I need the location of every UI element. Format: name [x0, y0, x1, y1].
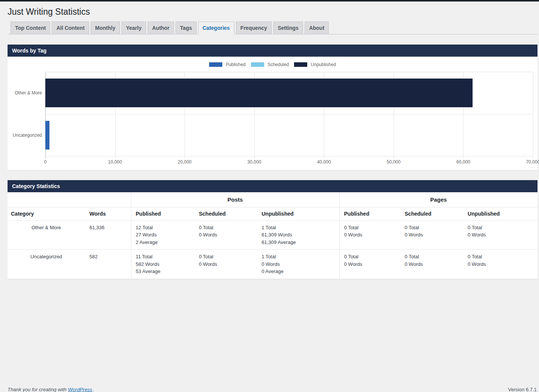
cell-pages-scheduled: 0 Total0 Words [400, 220, 463, 250]
cell-line: 11 Total [136, 253, 190, 261]
cell-line: 0 Total [199, 253, 253, 261]
legend-item-scheduled[interactable]: Scheduled [251, 62, 289, 67]
x-axis-labels: 010,00020,00030,00040,00050,00060,00070,… [45, 156, 533, 166]
category-statistics-panel: Category Statistics PostsPagesCategoryWo… [8, 180, 537, 279]
gridline [533, 72, 533, 159]
table-head: PostsPagesCategoryWordsPublishedSchedule… [8, 192, 537, 221]
cell-posts-unpublished: 1 Total61,309 Words61,309 Average [257, 220, 339, 250]
tab-frequency[interactable]: Frequency [236, 22, 272, 34]
cell-line: 0 Total [199, 224, 253, 231]
footer-thankyou: Thank you for creating withWordPress. [8, 387, 94, 392]
column-header-unpublished: Unpublished [257, 207, 339, 220]
page-title: Just Writing Statistics [8, 2, 537, 22]
legend-item-unpublished[interactable]: Unpublished [294, 62, 336, 67]
column-header-scheduled: Scheduled [400, 207, 463, 220]
x-axis-label: 70,000 [526, 159, 539, 165]
cell-line: 0 Total [344, 224, 396, 231]
words-by-tag-header: Words by Tag [8, 45, 537, 57]
footer-version: Version 6.7.1 [508, 387, 537, 392]
cell-posts-scheduled: 0 Total0 Words [194, 220, 257, 250]
cell-line: 0 Words [468, 261, 533, 268]
cell-posts-unpublished: 1 Total0 Words0 Average [257, 250, 339, 279]
cell-pages-unpublished: 0 Total0 Words [463, 220, 537, 250]
footer-period: . [92, 387, 94, 392]
cell-line: 0 Total [405, 224, 459, 231]
cell-line: 61,309 Average [262, 239, 335, 246]
tab-settings[interactable]: Settings [273, 22, 303, 34]
words-by-tag-chart: PublishedScheduledUnpublished Other & Mo… [8, 57, 537, 170]
cell-line: 61,309 Words [262, 231, 335, 239]
x-axis-label: 0 [44, 159, 47, 165]
table-row: Uncategorized58211 Total582 Words53 Aver… [8, 250, 537, 279]
tab-all-content[interactable]: All Content [52, 22, 89, 34]
words-by-tag-panel: Words by Tag PublishedScheduledUnpublish… [8, 45, 537, 170]
cell-line: 0 Average [262, 268, 335, 275]
legend-label: Scheduled [268, 62, 289, 67]
legend-label: Unpublished [311, 62, 336, 67]
cell-line: 0 Total [405, 253, 459, 261]
cell-pages-scheduled: 0 Total0 Words [400, 250, 463, 279]
tab-categories[interactable]: Categories [198, 22, 234, 34]
cell-line: 0 Total [344, 253, 396, 261]
category-statistics-header: Category Statistics [8, 180, 537, 192]
wordpress-link[interactable]: WordPress [68, 387, 92, 392]
tab-author[interactable]: Author [148, 22, 174, 34]
cell-pages-published: 0 Total0 Words [339, 250, 400, 279]
chart-legend: PublishedScheduledUnpublished [12, 60, 533, 68]
x-axis-label: 40,000 [317, 159, 331, 165]
cell-words: 61,336 [85, 220, 131, 250]
cell-line: 0 Total [468, 253, 533, 261]
column-header-published: Published [131, 207, 194, 220]
group-header-spacer [8, 192, 131, 207]
bar-row [45, 114, 533, 156]
cell-line: 0 Words [344, 261, 396, 268]
bar-row [45, 72, 533, 114]
column-header-category: Category [8, 207, 85, 220]
y-axis-labels: Other & MoreUncategorized [12, 72, 45, 156]
column-header-unpublished: Unpublished [463, 207, 537, 220]
y-axis-label: Other & More [12, 72, 45, 114]
plot-column: 010,00020,00030,00040,00050,00060,00070,… [45, 72, 533, 166]
tab-yearly[interactable]: Yearly [122, 22, 146, 34]
group-header-posts: Posts [131, 192, 339, 207]
cell-line: 53 Average [136, 268, 190, 275]
column-header-row: CategoryWordsPublishedScheduledUnpublish… [8, 207, 537, 220]
x-axis-label: 20,000 [178, 159, 192, 165]
legend-label: Published [226, 62, 246, 67]
x-axis-label: 10,000 [108, 159, 122, 165]
tab-top-content[interactable]: Top Content [11, 22, 50, 34]
cell-line: 582 Words [136, 261, 190, 268]
cell-line: 0 Words [468, 231, 533, 239]
column-header-scheduled: Scheduled [194, 207, 257, 220]
tab-about[interactable]: About [305, 22, 329, 34]
cell-line: 0 Words [344, 231, 396, 239]
group-header-pages: Pages [339, 192, 537, 207]
cell-line: 0 Words [405, 261, 459, 268]
column-header-words: Words [85, 207, 131, 220]
cell-pages-unpublished: 0 Total0 Words [463, 250, 537, 279]
footer-thanks-text: Thank you for creating with [8, 387, 66, 392]
cell-line: 0 Total [468, 224, 533, 231]
cell-line: 1 Total [262, 253, 335, 261]
tab-tags[interactable]: Tags [176, 22, 197, 34]
cell-line: 2 Average [136, 239, 190, 246]
y-axis-label: Uncategorized [12, 114, 45, 156]
cell-words: 582 [85, 250, 131, 279]
cell-line: 0 Words [199, 231, 253, 239]
table-body: Other & More61,33612 Total27 Words2 Aver… [8, 220, 537, 279]
column-header-published: Published [339, 207, 400, 220]
bar-other-more-unpublished [45, 79, 473, 107]
cell-line: 0 Words [199, 261, 253, 268]
cell-line: 12 Total [136, 224, 190, 231]
x-axis-label: 50,000 [387, 159, 400, 165]
tab-monthly[interactable]: Monthly [91, 22, 120, 34]
legend-item-published[interactable]: Published [209, 62, 246, 67]
cell-pages-published: 0 Total0 Words [339, 220, 400, 250]
chart-plot [45, 72, 533, 156]
cell-line: 1 Total [262, 224, 335, 231]
scheduled-swatch [251, 62, 264, 67]
x-axis-label: 60,000 [456, 159, 470, 165]
cell-line: 0 Words [405, 231, 459, 239]
published-swatch [209, 62, 222, 67]
cell-posts-published: 11 Total582 Words53 Average [131, 250, 194, 279]
